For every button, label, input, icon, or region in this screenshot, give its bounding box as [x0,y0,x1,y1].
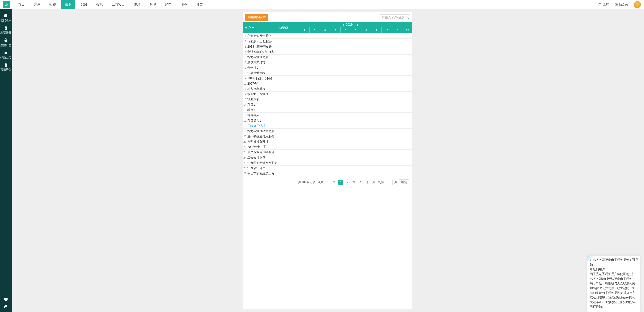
header-month-5[interactable]: 5 [330,27,341,33]
table-row[interactable]: 27保山市板桥建筑工程有限责任... [243,171,412,176]
row-name: 江西省审计厅 [247,166,278,170]
table-row[interactable]: 13辅助期初 [243,97,412,102]
page-input[interactable] [386,180,393,185]
main-area: 票据类别设置 客户 助记码 ◀ [12,9,644,312]
table-row[interactable]: 7合作社1 [243,65,412,70]
user-avatar[interactable] [634,1,641,8]
row-name: 合作社1 [247,66,278,70]
nav-item-11[interactable]: 设置 [192,0,207,9]
nav-item-8[interactable]: 管理 [145,0,160,9]
row-index: 9 [243,77,247,80]
header-month-6[interactable]: 6 [341,27,351,33]
table-row[interactable]: 24工会会计制度 [243,155,412,160]
table-row[interactable]: 18工程施工结转 [243,123,412,129]
table-row[interactable]: 14科目1 [243,102,412,107]
nav-item-0[interactable]: 首页 [14,0,29,9]
row-name: 农民专业合作社会计制度 [247,150,278,154]
nav-item-4[interactable]: 记账 [76,0,91,9]
sidebar-icon-4 [4,63,8,67]
header-month-2[interactable]: 2 [299,27,310,33]
header-month-10[interactable]: 10 [382,27,392,33]
page-number-4[interactable]: 4 [358,180,363,185]
header-customer[interactable]: 客户 [243,22,278,33]
member-button[interactable]: 畅会员 [613,2,629,7]
row-name: 2013（陶美芳勿删） [247,45,278,49]
page-next[interactable]: 下一页 [365,180,377,185]
table-row[interactable]: 23农民专业合作社会计制度 [243,150,412,155]
table-row[interactable]: 17科目导入1 [243,118,412,123]
year-label: 2023年 [346,23,356,27]
header-month-8[interactable]: 8 [361,27,371,33]
sidebar-icon-0 [4,14,8,18]
table-row[interactable]: 21东明县设置鞋行 [243,139,412,144]
page-number-2[interactable]: 2 [345,180,350,185]
table-row[interactable]: 1勿删新锐网络通信 [243,33,412,39]
category-settings-button[interactable]: 票据类别设置 [245,14,268,21]
table-row[interactable]: 25江都区仙女镇泡泡面馆 [243,160,412,166]
sidebar-item-3[interactable]: 扫描上传 [0,49,12,61]
table-row[interactable]: 19沈海英测试经营勿删 [243,129,412,134]
sidebar-item-4[interactable]: 票据录入 [0,61,12,73]
table-row[interactable]: 16科目导入 [243,113,412,118]
page-prev[interactable]: 上一页 [325,180,337,185]
row-index: 23 [243,151,247,154]
table-row[interactable]: 20温州畅捷通信息服务有限公司 [243,134,412,139]
table-row[interactable]: 32013（陶美芳勿删） [243,44,412,49]
nav-item-1[interactable]: 客户 [30,0,44,9]
monitor-icon[interactable] [4,297,8,301]
row-name: 测试账套的凭证打印的时候是否 [247,50,278,54]
page-number-1[interactable]: 1 [338,180,343,185]
nav-item-6[interactable]: 工商项目 [108,0,129,9]
nav-item-2[interactable]: 收费 [45,0,60,9]
page-number-3[interactable]: 3 [351,180,356,185]
row-name: 沈海英测试勿删 [247,55,278,59]
header-month-9[interactable]: 9 [371,27,382,33]
year-prev[interactable]: ◀ [342,23,344,26]
headset-icon[interactable] [4,304,8,309]
notice-close-button[interactable]: × [636,257,638,262]
page-confirm-button[interactable]: 确定 [399,179,409,185]
table-row[interactable]: 4测试账套的凭证打印的时候是否 [243,49,412,55]
header-mnemonic[interactable]: 助记码 [278,22,289,33]
year-next[interactable]: ▶ [357,23,359,26]
table-row[interactable]: 222022年十三香 [243,144,412,150]
table-row[interactable]: 6测试期末结转 [243,60,412,65]
nav-item-3[interactable]: 票据 [61,0,75,9]
row-name: 测试期末结转 [247,60,278,65]
header-month-11[interactable]: 11 [392,27,402,33]
table-row[interactable]: 11地方水利基金 [243,86,412,92]
search-icon[interactable] [405,15,409,19]
nav-item-9[interactable]: 经营 [161,0,176,9]
sidebar-item-1[interactable]: 发票开具 [0,24,12,36]
table-row[interactable]: 102007会计 [243,81,412,86]
header-month-12[interactable]: 12 [402,27,412,33]
header-month-3[interactable]: 3 [310,27,320,33]
nav-item-7[interactable]: 消息 [130,0,144,9]
nav-item-5[interactable]: 报税 [92,0,107,9]
content-panel: 票据类别设置 客户 助记码 ◀ [243,12,412,309]
header-month-4[interactable]: 4 [320,27,330,33]
row-index: 6 [243,61,247,64]
table-row[interactable]: 5沈海英测试勿删 [243,55,412,60]
table-body[interactable]: 1勿删新锐网络通信2（勿删）江西服宝-LSS32013（陶美芳勿删）4测试账套的… [243,33,412,177]
page-suffix: 页 [394,180,397,184]
svg-rect-5 [4,298,8,300]
row-name: 2013日记账（不要删除哈，谢... [247,76,278,81]
row-name: 科目1 [247,103,278,107]
table-row[interactable]: 12杨仙女工资测试 [243,92,412,97]
table-row[interactable]: 8汇算清缴流程 [243,70,412,76]
fullscreen-icon [598,3,602,6]
sidebar-item-0[interactable]: 智能取票 [0,12,12,24]
row-index: 5 [243,56,247,59]
table-row[interactable]: 15科目2 [243,107,412,113]
header-month-1[interactable]: 1 [289,27,299,33]
row-name[interactable]: 工程施工结转 [247,124,278,128]
sidebar-item-2[interactable]: 票据汇总 [0,36,12,49]
header-month-7[interactable]: 7 [351,27,361,33]
fullscreen-button[interactable]: 全屏 [597,2,610,7]
table-row[interactable]: 92013日记账（不要删除哈，谢... [243,76,412,81]
table-row[interactable]: 26江西省审计厅 [243,166,412,171]
row-index: 14 [243,103,247,106]
table-row[interactable]: 2（勿删）江西服宝-LSS [243,39,412,44]
nav-item-10[interactable]: 服务 [177,0,191,9]
